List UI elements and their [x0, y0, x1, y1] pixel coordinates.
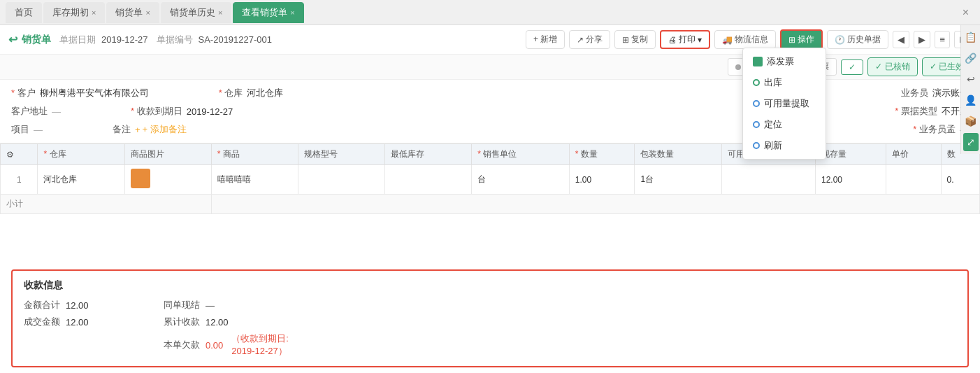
tab-view-sales[interactable]: 查看销货单 ×	[233, 2, 303, 23]
doc-type-icon: ↩	[8, 33, 17, 46]
project-label: 项目	[11, 123, 29, 136]
operate-label: 操作	[798, 34, 814, 45]
tab-home[interactable]: 首页	[6, 2, 42, 23]
status-voided-label: 已核销	[885, 62, 910, 71]
th-warehouse: 仓库	[38, 144, 124, 165]
locate-label: 定位	[764, 118, 782, 131]
refresh-icon	[753, 142, 760, 149]
print-button[interactable]: 🖨 打印 ▾	[660, 30, 710, 49]
outbound-icon	[753, 79, 760, 86]
print-dropdown-icon: ▾	[698, 35, 702, 45]
window-close-button[interactable]: ×	[957, 3, 974, 22]
product-table: ⚙ 仓库 商品图片 商品 规格型号 最低库存 销售单位 数量 包装数量 可用量 …	[0, 143, 980, 214]
same-order-settle-label: 同单现结	[164, 299, 200, 311]
note-field: 备注 + + 添加备注	[113, 123, 187, 136]
th-product-img: 商品图片	[124, 144, 211, 165]
th-spec: 规格型号	[298, 144, 385, 165]
invoice-label: 票据类型	[895, 105, 937, 118]
subtotal-label: 小计	[1, 195, 212, 214]
tab-sales-order-close[interactable]: ×	[145, 8, 150, 17]
empty-row-3	[24, 332, 164, 358]
dropdown-item-add-invoice[interactable]: 添发票	[743, 51, 826, 72]
dropdown-item-outbound[interactable]: 出库	[743, 72, 826, 93]
address-value: —	[52, 106, 61, 117]
row-product: 嘻嘻嘻嘻	[211, 165, 298, 195]
tab-inventory-init[interactable]: 库存期初 ×	[43, 2, 105, 23]
tab-sales-history-close[interactable]: ×	[218, 8, 222, 17]
payment-info-grid: 金额合计 12.00 同单现结 — 成交金额 12.00 累计收款 12.00	[24, 299, 956, 358]
checkmark-button[interactable]: ✓	[841, 59, 863, 75]
customer-value: 柳州粤港平安气体有限公司	[40, 87, 149, 99]
row-min-stock	[385, 165, 472, 195]
row-unit: 台	[472, 165, 569, 195]
prev-nav-button[interactable]: ◀	[893, 31, 909, 48]
doc-number-meta: 单据编号 SA-20191227-001	[157, 34, 273, 46]
operate-button[interactable]: ⊞ 操作	[780, 29, 823, 50]
tab-sales-order[interactable]: 销货单 ×	[106, 2, 159, 23]
outstanding-label: 本单欠款	[164, 339, 200, 351]
deal-amount-value: 12.00	[66, 317, 89, 328]
payment-date-value: 2019-12-27	[187, 106, 233, 117]
new-button[interactable]: + 新增	[526, 30, 565, 49]
share-label: 分享	[586, 34, 603, 45]
logistics-icon: 🚚	[722, 35, 733, 45]
sidebar-icon-back[interactable]: ↩	[963, 70, 979, 88]
subtotal-row: 小计	[1, 195, 980, 214]
same-order-settle-value: —	[206, 300, 215, 311]
dropdown-item-refresh[interactable]: 刷新	[743, 135, 826, 156]
customer-field: 客户 柳州粤港平安气体有限公司	[11, 87, 149, 99]
status-voided[interactable]: ✓ 已核销	[867, 57, 917, 76]
dropdown-item-avail-extract[interactable]: 可用量提取	[743, 93, 826, 114]
locate-icon	[753, 121, 760, 128]
status-effective-icon: ✓	[930, 62, 937, 71]
next-nav-button[interactable]: ▶	[914, 31, 930, 48]
sidebar-icon-user[interactable]: 👤	[961, 91, 980, 109]
row-avail-qty	[721, 165, 815, 195]
history-button[interactable]: 🕐 历史单据	[827, 30, 888, 49]
tab-view-sales-close[interactable]: ×	[290, 8, 294, 17]
note-label: 备注	[113, 123, 131, 136]
payment-date-label: 收款到期日	[131, 105, 182, 118]
operate-icon: ⊞	[788, 35, 795, 45]
th-quantity: 数量	[569, 144, 635, 165]
row-unit-price	[886, 165, 941, 195]
dropdown-item-locate[interactable]: 定位	[743, 114, 826, 135]
table-header-row: ⚙ 仓库 商品图片 商品 规格型号 最低库存 销售单位 数量 包装数量 可用量 …	[1, 144, 980, 165]
logistics-button[interactable]: 🚚 物流信息	[714, 30, 776, 49]
tab-inventory-init-close[interactable]: ×	[92, 8, 96, 17]
row-product-img	[124, 165, 211, 195]
th-min-stock: 最低库存	[385, 144, 472, 165]
add-invoice-label: 添发票	[767, 55, 794, 68]
tab-sales-history[interactable]: 销货单历史 ×	[161, 2, 231, 23]
sidebar-icon-link[interactable]: 🔗	[961, 49, 980, 67]
table-row: 1 河北仓库 嘻嘻嘻嘻 台 1.00 1台 12.00	[1, 165, 980, 195]
add-note-button[interactable]: + + 添加备注	[135, 123, 187, 136]
avail-extract-icon	[753, 100, 760, 107]
salesperson-label: 业务员孟	[913, 123, 956, 136]
tab-bar: 首页 库存期初 × 销货单 × 销货单历史 × 查看销货单 × ×	[0, 0, 980, 25]
th-pack-qty: 包装数量	[635, 144, 721, 165]
accumulated-receipt-row: 累计收款 12.00	[164, 316, 303, 328]
employee-label: 业务员	[901, 87, 928, 99]
warehouse-value: 河北仓库	[247, 87, 283, 99]
tab-view-sales-label: 查看销货单	[242, 6, 287, 19]
sidebar-icon-expand[interactable]: ⤢	[963, 133, 979, 151]
payment-info-title: 收款信息	[24, 279, 956, 292]
row-spec	[298, 165, 385, 195]
payment-date-field: 收款到期日 2019-12-27	[131, 105, 233, 118]
address-label: 客户地址	[11, 105, 48, 118]
list-view-button[interactable]: ≡	[935, 31, 950, 48]
sidebar-icon-package[interactable]: 📦	[961, 112, 980, 130]
deal-amount-label: 成交金额	[24, 316, 60, 328]
refresh-label: 刷新	[764, 139, 782, 152]
doc-number-label: 单据编号	[157, 34, 193, 46]
product-image	[131, 169, 150, 188]
share-button[interactable]: ↗ 分享	[569, 30, 610, 49]
copy-button[interactable]: ⊞ 复制	[614, 30, 656, 49]
history-icon: 🕐	[835, 35, 845, 45]
subtotal-value	[211, 195, 979, 214]
sidebar-icon-doc[interactable]: 📋	[961, 28, 980, 46]
copy-label: 复制	[631, 34, 648, 45]
address-field: 客户地址 —	[11, 105, 61, 118]
tab-sales-history-label: 销货单历史	[170, 6, 215, 19]
